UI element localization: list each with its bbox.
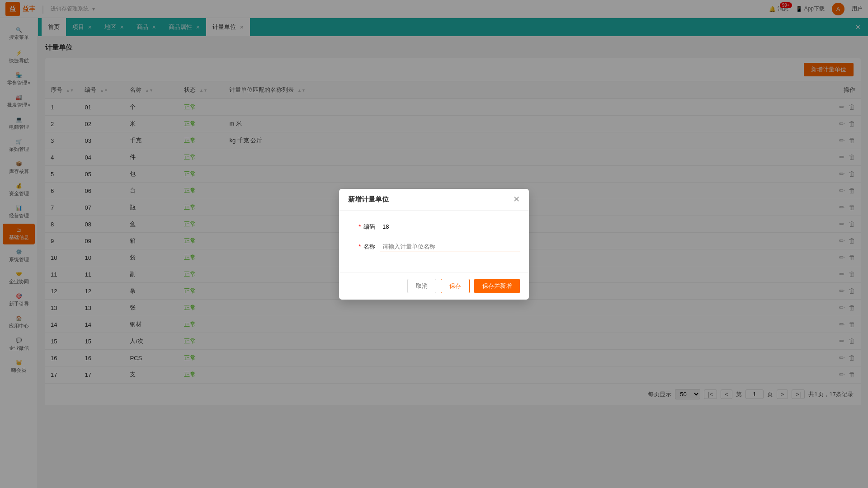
name-input[interactable] xyxy=(380,241,520,252)
code-form-label: * 编码 xyxy=(348,223,375,231)
code-required-mark: * xyxy=(359,223,361,230)
form-row-name: * 名称 xyxy=(348,241,520,252)
save-button[interactable]: 保存 xyxy=(441,279,470,293)
form-row-code: * 编码 xyxy=(348,221,520,232)
name-label-text: 名称 xyxy=(363,243,375,250)
name-required-mark: * xyxy=(359,243,361,250)
modal-footer: 取消 保存 保存并新增 xyxy=(339,272,529,300)
modal-body: * 编码 * 名称 xyxy=(339,211,529,272)
code-label-text: 编码 xyxy=(363,223,375,230)
modal-title: 新增计量单位 xyxy=(348,195,389,204)
cancel-button[interactable]: 取消 xyxy=(407,279,436,293)
code-input[interactable] xyxy=(380,221,520,232)
modal-overlay: 新增计量单位 ✕ * 编码 * 名称 取消 保存 保存并新增 xyxy=(0,0,868,488)
name-form-label: * 名称 xyxy=(348,243,375,251)
modal-close-button[interactable]: ✕ xyxy=(513,195,520,203)
add-unit-modal: 新增计量单位 ✕ * 编码 * 名称 取消 保存 保存并新增 xyxy=(339,189,529,300)
save-and-new-button[interactable]: 保存并新增 xyxy=(474,279,520,293)
modal-header: 新增计量单位 ✕ xyxy=(339,189,529,211)
